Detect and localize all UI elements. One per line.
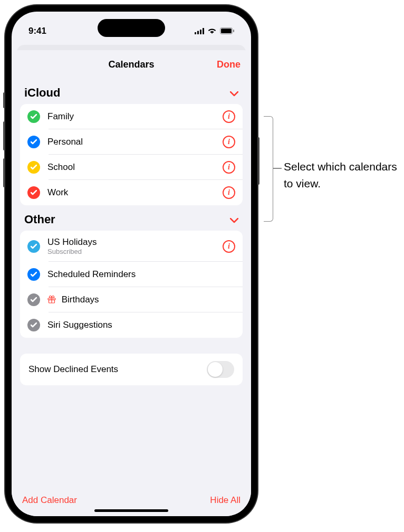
calendar-row-us-holidays[interactable]: US Holidays Subscribed i [20,231,243,262]
calendar-row-birthdays[interactable]: Birthdays [20,287,243,312]
calendar-row-siri-suggestions[interactable]: Siri Suggestions [20,312,243,338]
callout-bracket [264,116,273,222]
check-icon [27,186,40,199]
power-button [257,137,259,185]
svg-rect-1 [197,31,199,34]
check-icon [27,293,40,306]
section-title: iCloud [24,86,60,100]
check-icon [27,268,40,281]
iphone-frame: 9:41 Calendars Done iCloud [5,5,257,522]
calendar-row-work[interactable]: Work i [20,180,243,205]
svg-rect-2 [200,30,201,34]
bottom-bar: Add Calendar Hide All [12,495,251,516]
dynamic-island [98,19,165,37]
check-icon [27,136,40,148]
content-area: iCloud Family i [12,79,251,495]
info-button[interactable]: i [223,136,235,148]
home-indicator[interactable] [94,509,168,512]
info-button[interactable]: i [223,240,235,253]
check-icon [27,319,40,331]
gift-icon [47,294,59,305]
calendar-row-family[interactable]: Family i [20,104,243,129]
calendars-sheet: Calendars Done iCloud Family [12,50,251,516]
status-icons [195,27,234,34]
volume-up-button [3,121,5,150]
section-title: Other [24,213,55,226]
done-button[interactable]: Done [217,59,241,70]
calendar-sublabel: Subscribed [47,248,215,255]
wifi-icon [207,27,217,34]
svg-point-11 [52,296,54,298]
calendar-row-school[interactable]: School i [20,155,243,180]
hide-all-button[interactable]: Hide All [210,495,241,506]
side-button [3,92,5,108]
other-list: US Holidays Subscribed i Scheduled Remin… [20,231,243,338]
add-calendar-button[interactable]: Add Calendar [22,495,77,506]
volume-down-button [3,158,5,187]
show-declined-row: Show Declined Events [20,354,243,385]
chevron-down-icon [230,86,238,100]
calendar-label: Siri Suggestions [47,320,235,330]
check-icon [27,110,40,123]
check-icon [27,240,40,253]
svg-rect-0 [195,32,196,34]
calendar-label: Scheduled Reminders [47,269,235,280]
callout-line [273,168,282,169]
icloud-list: Family i Personal i School [20,104,243,205]
calendar-label: Personal [47,137,215,147]
info-button[interactable]: i [223,161,235,174]
check-icon [27,161,40,174]
calendar-label: US Holidays Subscribed [47,237,215,255]
cellular-icon [195,28,204,34]
calendar-label: Birthdays [47,294,235,305]
svg-rect-3 [203,28,204,34]
calendar-label: Work [47,187,215,198]
toggle-label: Show Declined Events [28,364,118,375]
page-title: Calendars [108,59,154,70]
svg-rect-5 [221,28,232,33]
nav-bar: Calendars Done [12,50,251,79]
calendar-label: School [47,162,215,173]
show-declined-toggle[interactable] [207,361,234,378]
chevron-down-icon [230,213,238,226]
svg-rect-6 [233,30,234,32]
calendar-row-personal[interactable]: Personal i [20,129,243,155]
battery-icon [220,27,234,34]
svg-point-10 [50,296,52,298]
info-button[interactable]: i [223,110,235,123]
calendar-label: Family [47,111,215,122]
callout-text: Select which calendars to view. [284,158,399,192]
calendar-row-scheduled-reminders[interactable]: Scheduled Reminders [20,262,243,287]
info-button[interactable]: i [223,186,235,199]
section-header-other[interactable]: Other [20,205,243,231]
toggle-knob [208,362,223,377]
status-time: 9:41 [28,26,46,36]
section-header-icloud[interactable]: iCloud [20,79,243,104]
